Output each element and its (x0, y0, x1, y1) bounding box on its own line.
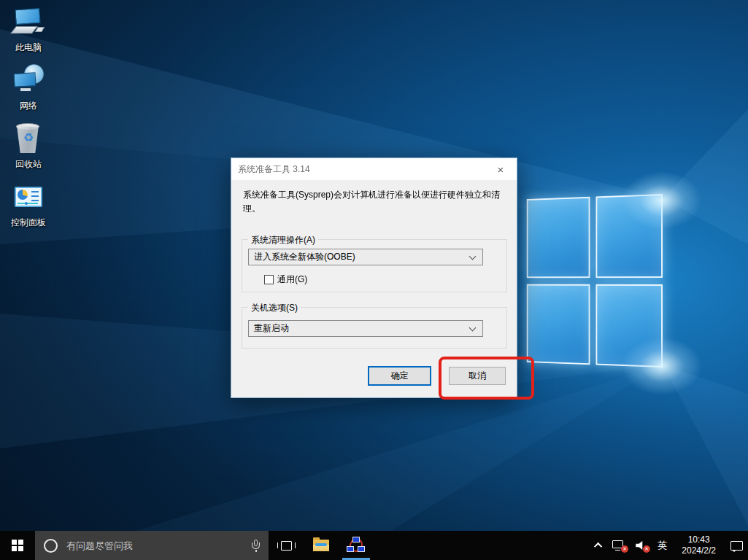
windows-start-icon (12, 540, 23, 551)
chevron-down-icon (469, 324, 477, 332)
ok-button[interactable]: 确定 (368, 366, 431, 386)
file-explorer-icon (313, 540, 329, 551)
shutdown-group-label: 关机选项(S) (248, 302, 301, 314)
action-center-button[interactable] (725, 531, 748, 560)
clock-text: 10:43 2024/2/2 (677, 534, 720, 556)
dialog-description: 系统准备工具(Sysprep)会对计算机进行准备以便进行硬件独立和清理。 (243, 188, 509, 216)
recycle-bin-icon: ♻ (12, 122, 45, 156)
this-pc-icon (12, 6, 45, 39)
desktop-icon-list: 此电脑 网络 ♻ 回收站 (4, 6, 53, 239)
chevron-up-icon (594, 542, 602, 551)
glow-effect (622, 171, 702, 230)
error-badge: ✕ (643, 545, 650, 553)
generalize-checkbox-label: 通用(G) (277, 273, 307, 286)
volume-muted-icon: ✕ (636, 540, 647, 551)
control-panel-icon (12, 181, 45, 214)
task-view-icon (281, 541, 292, 551)
desktop-icon-label: 回收站 (15, 158, 42, 171)
generalize-checkbox[interactable] (264, 275, 274, 284)
start-button[interactable] (0, 531, 35, 560)
cleanup-groupbox: 系统清理操作(A) 进入系统全新体验(OOBE) 通用(G) (242, 239, 507, 292)
shutdown-option-dropdown[interactable]: 重新启动 (248, 320, 483, 337)
cleanup-action-dropdown[interactable]: 进入系统全新体验(OOBE) (248, 249, 483, 265)
glow-effect (622, 337, 702, 395)
dialog-title: 系统准备工具 3.14 (238, 163, 310, 176)
desktop-icon-label: 此电脑 (15, 42, 42, 54)
taskbar: ✕ ✕ 英 10:43 2024/2/2 (0, 531, 748, 560)
recycle-glyph: ♻ (23, 132, 34, 144)
time-label: 10:43 (682, 534, 716, 545)
chevron-down-icon (469, 253, 477, 260)
desktop-icon-label: 控制面板 (11, 217, 46, 229)
dialog-titlebar: 系统准备工具 3.14 × (231, 158, 517, 180)
close-icon[interactable]: × (485, 158, 517, 180)
file-explorer-button[interactable] (304, 531, 339, 560)
sysprep-taskbar-button[interactable] (339, 531, 374, 560)
desktop-icon-label: 网络 (20, 100, 37, 112)
cortana-icon (44, 539, 58, 553)
date-label: 2024/2/2 (682, 545, 716, 556)
volume-button[interactable]: ✕ (631, 531, 652, 560)
task-view-button[interactable] (269, 531, 304, 560)
network-disconnected-icon: ✕ (612, 540, 625, 551)
network-icon (12, 64, 45, 98)
sysprep-app-icon (347, 537, 366, 554)
cleanup-group-label: 系统清理操作(A) (248, 234, 318, 246)
shutdown-groupbox: 关机选项(S) 重新启动 (242, 307, 507, 349)
dropdown-value: 进入系统全新体验(OOBE) (254, 251, 355, 263)
desktop-icon-network[interactable]: 网络 (4, 64, 53, 112)
generalize-checkbox-row: 通用(G) (264, 273, 307, 286)
ime-language-label: 英 (658, 539, 667, 552)
system-tray: ✕ ✕ 英 10:43 2024/2/2 (591, 531, 748, 560)
desktop-icon-control-panel[interactable]: 控制面板 (4, 181, 53, 229)
search-input[interactable] (66, 540, 250, 551)
windows-logo-pane (527, 284, 590, 365)
network-status-button[interactable]: ✕ (607, 531, 631, 560)
tray-overflow-button[interactable] (591, 531, 607, 560)
annotation-highlight-rectangle (439, 357, 534, 400)
microphone-icon[interactable] (250, 540, 261, 552)
clock[interactable]: 10:43 2024/2/2 (672, 531, 725, 560)
taskbar-search-box[interactable] (35, 531, 269, 560)
desktop-icon-this-pc[interactable]: 此电脑 (4, 6, 53, 54)
dropdown-value: 重新启动 (254, 322, 289, 335)
windows-logo-pane (527, 197, 590, 278)
error-badge: ✕ (621, 545, 628, 553)
windows-desktop: 此电脑 网络 ♻ 回收站 (0, 0, 748, 560)
ime-indicator[interactable]: 英 (652, 531, 672, 560)
desktop-icon-recycle-bin[interactable]: ♻ 回收站 (4, 122, 53, 171)
action-center-icon (730, 541, 743, 551)
